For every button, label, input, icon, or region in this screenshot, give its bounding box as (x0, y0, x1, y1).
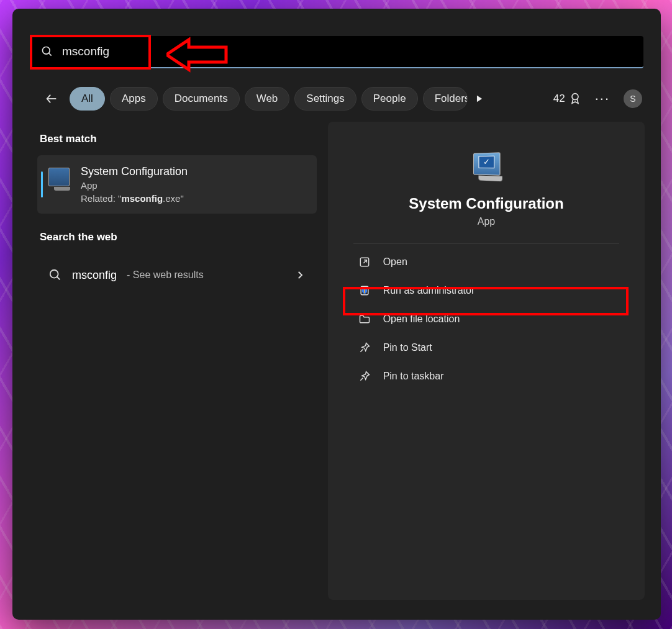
tab-settings[interactable]: Settings (294, 87, 356, 111)
svg-point-5 (572, 94, 578, 100)
start-search-panel: All Apps Documents Web Settings People F… (12, 9, 661, 620)
web-search-suffix: - See web results (127, 269, 204, 281)
action-run-as-admin[interactable]: Run as administrator (353, 276, 620, 305)
system-configuration-icon (48, 168, 70, 186)
shield-icon (358, 284, 371, 297)
results-left-column: Best match System Configuration App Rela… (37, 128, 317, 289)
separator (353, 243, 620, 244)
chevron-right-icon (294, 269, 306, 281)
back-button[interactable] (42, 89, 61, 108)
tabs-overflow-button[interactable] (473, 92, 486, 106)
open-icon (358, 256, 371, 268)
rewards-points: 42 (553, 93, 565, 105)
action-pin-to-taskbar-label: Pin to taskbar (383, 371, 444, 382)
action-pin-to-start[interactable]: Pin to Start (353, 333, 620, 362)
search-icon (48, 268, 62, 282)
svg-line-10 (360, 350, 363, 352)
result-related: Related: "msconfig.exe" (81, 193, 188, 204)
best-match-heading: Best match (40, 133, 317, 145)
pin-icon (358, 370, 371, 382)
action-pin-to-taskbar[interactable]: Pin to taskbar (353, 362, 620, 391)
rewards-indicator[interactable]: 42 (553, 93, 581, 105)
preview-subtitle: App (478, 216, 495, 227)
preview-title: System Configuration (409, 195, 563, 212)
result-subtitle: App (81, 180, 188, 191)
preview-pane: System Configuration App Open Run as adm… (328, 122, 645, 600)
best-match-result[interactable]: System Configuration App Related: "mscon… (37, 155, 317, 214)
svg-line-7 (57, 277, 60, 280)
result-title: System Configuration (81, 165, 188, 178)
preview-actions: Open Run as administrator Open file loca… (353, 248, 620, 391)
search-icon (41, 45, 53, 58)
tab-folders[interactable]: Folders (423, 87, 468, 111)
action-open-label: Open (383, 256, 407, 268)
action-run-as-admin-label: Run as administrator (383, 285, 475, 296)
search-web-heading: Search the web (40, 231, 317, 243)
filter-tabs-row: All Apps Documents Web Settings People F… (42, 84, 642, 113)
svg-point-6 (50, 270, 58, 278)
svg-line-11 (360, 378, 363, 381)
action-open-file-location-label: Open file location (383, 314, 460, 325)
search-input[interactable] (62, 45, 632, 58)
pin-icon (358, 342, 371, 354)
search-bar[interactable] (30, 36, 643, 68)
tab-apps[interactable]: Apps (110, 87, 158, 111)
svg-line-1 (49, 53, 52, 56)
action-open[interactable]: Open (353, 248, 620, 276)
action-open-file-location[interactable]: Open file location (353, 305, 620, 333)
svg-marker-4 (477, 96, 482, 102)
account-avatar[interactable]: S (624, 89, 642, 108)
tab-people[interactable]: People (361, 87, 418, 111)
action-pin-to-start-label: Pin to Start (383, 342, 432, 353)
tab-web[interactable]: Web (245, 87, 290, 111)
system-configuration-large-icon (473, 152, 500, 175)
folder-icon (358, 313, 371, 325)
more-options-button[interactable]: ··· (595, 91, 610, 107)
web-search-term: msconfig (72, 269, 117, 282)
svg-point-0 (43, 47, 50, 55)
tab-documents[interactable]: Documents (163, 87, 240, 111)
search-web-result[interactable]: msconfig - See web results (37, 261, 317, 289)
rewards-icon (569, 93, 581, 105)
tab-all[interactable]: All (70, 87, 105, 111)
